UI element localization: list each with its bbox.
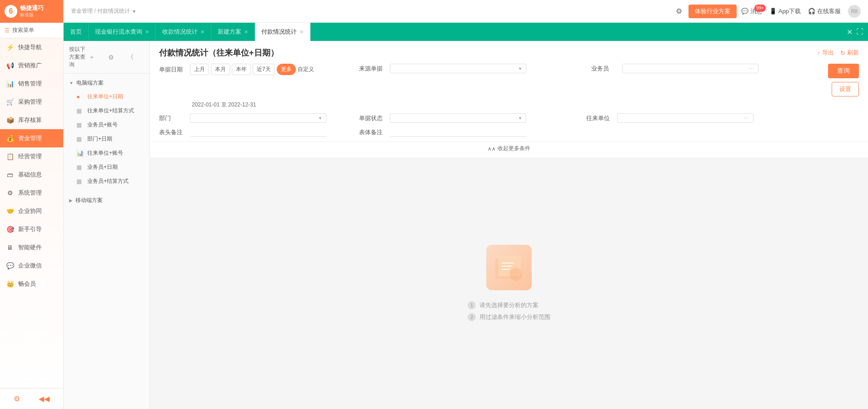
mobile-section-header[interactable]: ▶ 移动端方案	[64, 194, 150, 207]
sidebar-item-marketing[interactable]: 📢 营销推广	[0, 56, 63, 75]
body-note-label: 表体备注	[359, 128, 386, 136]
source-select[interactable]: ▾	[390, 64, 526, 73]
export-button[interactable]: ↑ 导出	[818, 49, 834, 57]
svg-point-2	[509, 268, 522, 281]
related-unit-select[interactable]: ⋯	[617, 113, 753, 123]
body-note-input[interactable]	[390, 127, 526, 137]
plan-staff-account[interactable]: ▦ 业务员+账号	[64, 118, 150, 132]
doc-status-select[interactable]: ▾	[390, 113, 526, 123]
settings-plan-icon[interactable]: ⚙	[108, 54, 125, 61]
date-label: 单据日期	[159, 66, 186, 74]
tab-fullscreen-btn[interactable]: ⛶	[856, 28, 863, 36]
empty-illustration	[486, 245, 532, 290]
sidebar-item-wechat[interactable]: 💬 企业微信	[0, 257, 63, 275]
action-buttons: 查询 设置	[823, 64, 859, 96]
tab-close-receivable[interactable]: ✕	[200, 29, 205, 35]
setting-button[interactable]: 设置	[832, 82, 859, 96]
last-month-btn[interactable]: 上月	[190, 64, 209, 75]
sidebar-item-purchase[interactable]: 🛒 采购管理	[0, 93, 63, 111]
collapse-filter-btn[interactable]: ∧∧ 收起更多条件	[150, 142, 868, 155]
header-note-input[interactable]	[190, 127, 326, 137]
sidebar-item-inventory[interactable]: 📦 库存核算	[0, 111, 63, 129]
tabbar: 首页 现金银行流水查询 ✕ 收款情况统计 ✕ 新建方案 ✕ 付款情况统计 ✕ ✕…	[64, 23, 868, 41]
sidebar-item-guide[interactable]: 🎯 新手引导	[0, 220, 63, 238]
app-download-btn[interactable]: 📱 App下载	[769, 7, 801, 15]
sidebar-item-operation[interactable]: 📋 经营管理	[0, 147, 63, 166]
tab-bank-flow[interactable]: 现金银行流水查询 ✕	[89, 23, 156, 41]
purchase-icon: 🛒	[5, 97, 15, 106]
collapse-panel-icon[interactable]: 《	[127, 53, 144, 61]
sidebar-item-member[interactable]: 👑 畅会员	[0, 275, 63, 293]
custom-date-label: 自定义	[298, 66, 314, 73]
desktop-arrow-icon: ▼	[69, 81, 74, 86]
app-download-icon: 📱	[769, 8, 777, 15]
this-month-btn[interactable]: 本月	[211, 64, 230, 75]
plan-unit-settle[interactable]: ▦ 往来单位+结算方式	[64, 104, 150, 118]
breadcrumb-arrow: ▾	[133, 8, 135, 15]
plan-staff-date[interactable]: ▦ 业务员+日期	[64, 160, 150, 174]
plan-icon-1: ▦	[76, 107, 84, 115]
doc-status-arrow-icon: ▾	[519, 116, 521, 121]
tab-new-plan[interactable]: 新建方案 ✕	[211, 23, 255, 41]
sidebar-item-basic-info[interactable]: 🗃 基础信息	[0, 166, 63, 184]
add-plan-icon[interactable]: ＋	[89, 53, 105, 61]
last-7-days-btn[interactable]: 近7天	[253, 64, 275, 75]
online-service-btn[interactable]: 🎧 在线客服	[808, 7, 841, 15]
topbar-gear-icon[interactable]: ⚙	[674, 5, 684, 17]
collapse-sidebar-btn[interactable]: ◀◀	[39, 394, 50, 403]
tab-close-payment-stat[interactable]: ✕	[299, 29, 304, 35]
staff-select[interactable]: ⋯	[622, 64, 758, 73]
empty-tip-1: 1 请先选择要分析的方案	[468, 299, 550, 311]
smart-hw-icon: 🖥	[5, 243, 15, 252]
source-select-arrow-icon: ▾	[519, 66, 521, 71]
tab-close-new-plan[interactable]: ✕	[244, 29, 248, 35]
refresh-button[interactable]: ↻ 刷新	[840, 49, 859, 57]
desktop-plan-section: ▼ 电脑端方案 ● 往来单位+日期 ▦ 往来单位+结算方式 ▦ 业务员+账号 ▦	[64, 74, 150, 191]
empty-tip-2: 2 用过滤条件来缩小分析范围	[468, 311, 550, 323]
tab-home[interactable]: 首页	[64, 23, 89, 41]
date-filter-btns: 上月 本月 本年 近7天 更多 自定义	[190, 64, 314, 75]
sidebar-item-smart-hw[interactable]: 🖥 智能硬件	[0, 238, 63, 257]
member-icon: 👑	[5, 279, 15, 288]
plan-icon-5: ▦	[76, 164, 84, 171]
try-industry-plan-button[interactable]: 体验行业方案	[688, 5, 737, 18]
this-year-btn[interactable]: 本年	[232, 64, 251, 75]
sidebar-item-quick-nav[interactable]: ⚡ 快捷导航	[0, 38, 63, 56]
refresh-icon: ↻	[840, 50, 845, 56]
cooperation-icon: 🤝	[5, 207, 15, 216]
sidebar-search[interactable]: ☰ 搜索菜单	[0, 23, 63, 38]
sidebar-item-finance[interactable]: 💰 资金管理	[0, 129, 63, 147]
right-panel: 付款情况统计（往来单位+日期） ↑ 导出 ↻ 刷新	[150, 41, 868, 409]
dept-select[interactable]: ▾	[190, 113, 326, 123]
left-panel-header: 按以下方案查询 ＋ ⚙ 《	[64, 41, 150, 74]
wechat-icon: 💬	[5, 261, 15, 270]
plan-dept-date[interactable]: ▦ 部门+日期	[64, 132, 150, 146]
sidebar-item-cooperation[interactable]: 🤝 企业协同	[0, 202, 63, 220]
source-label: 来源单据	[359, 65, 386, 73]
sidebar-item-sales[interactable]: 📊 销售管理	[0, 75, 63, 93]
plan-icon-4: 📊	[76, 150, 84, 157]
query-button[interactable]: 查询	[828, 64, 859, 78]
export-icon: ↑	[818, 50, 821, 56]
message-badge: 99+	[754, 5, 766, 12]
tab-close-all-btn[interactable]: ✕	[847, 28, 853, 36]
sidebar-item-system[interactable]: ⚙ 系统管理	[0, 184, 63, 202]
desktop-section-header[interactable]: ▼ 电脑端方案	[64, 76, 150, 90]
plan-icon-2: ▦	[76, 121, 84, 129]
finance-icon: 💰	[5, 134, 15, 143]
tab-payment-stat[interactable]: 付款情况统计 ✕	[255, 23, 310, 41]
more-dates-btn[interactable]: 更多	[277, 64, 296, 75]
plan-staff-settle[interactable]: ▦ 业务员+结算方式	[64, 174, 150, 188]
tab-close-bank-flow[interactable]: ✕	[145, 29, 149, 35]
message-btn[interactable]: 💬 消息 99+	[741, 7, 762, 15]
tab-receivable[interactable]: 收款情况统计 ✕	[156, 23, 211, 41]
page-title: 付款情况统计（往来单位+日期）	[159, 47, 279, 58]
settings-bottom-btn[interactable]: ⚙	[14, 394, 20, 403]
left-panel: 按以下方案查询 ＋ ⚙ 《 ▼ 电脑端方案 ● 往来单位+日期 ▦ 往来单位+结…	[64, 41, 150, 409]
plan-unit-date[interactable]: ● 往来单位+日期	[64, 90, 150, 104]
breadcrumb: 资金管理 / 付款情况统计 ▾	[71, 7, 669, 15]
user-avatar[interactable]: Rit	[848, 5, 861, 18]
sidebar: 6 畅捷通巧 标准版 ☰ 搜索菜单 ⚡ 快捷导航 📢 营销推广 📊 销售管理 🛒…	[0, 0, 64, 409]
main-area: 资金管理 / 付款情况统计 ▾ ⚙ 体验行业方案 💬 消息 99+ 📱 App下…	[64, 0, 868, 409]
plan-unit-account[interactable]: 📊 往来单位+账号	[64, 146, 150, 160]
